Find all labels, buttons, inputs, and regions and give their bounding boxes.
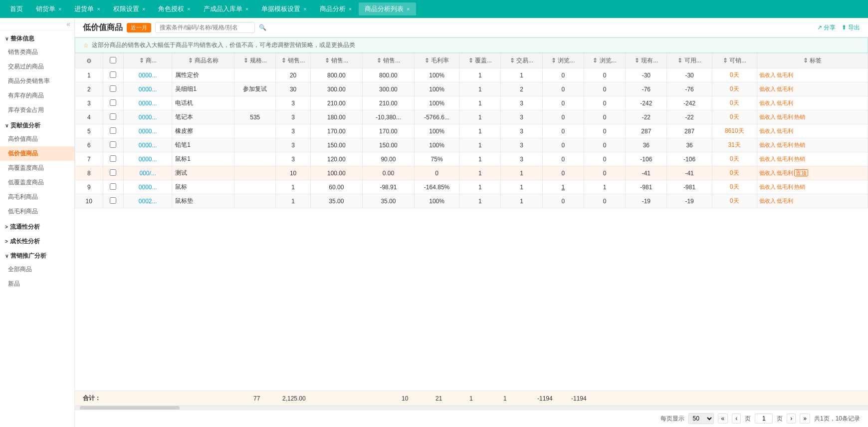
- nav-close-商品分析列表[interactable]: ×: [407, 6, 410, 12]
- col-header-5[interactable]: ⇕ 销售...: [276, 53, 310, 68]
- search-icon[interactable]: 🔍: [259, 24, 266, 31]
- select-all-checkbox[interactable]: [110, 57, 116, 63]
- sidebar-item-全部商品[interactable]: 全部商品: [0, 262, 74, 277]
- nav-item-商品分析[interactable]: 商品分析×: [314, 2, 358, 15]
- nav-close-产成品入库单[interactable]: ×: [245, 6, 248, 12]
- col-header-12[interactable]: ⇕ 浏览...: [584, 53, 625, 68]
- nav-item-首页[interactable]: 首页: [4, 2, 29, 15]
- sidebar-group-0[interactable]: ∨ 整体信息: [0, 30, 74, 45]
- nav-item-进货单[interactable]: 进货单×: [68, 2, 106, 15]
- row-stock: -41: [626, 166, 667, 180]
- col-header-4[interactable]: ⇕ 规格...: [234, 53, 276, 68]
- row-sales1: 120.00: [310, 152, 362, 166]
- sidebar-group-4[interactable]: ∨ 营销推广分析: [0, 248, 74, 262]
- row-checkbox-cell[interactable]: [103, 194, 124, 208]
- nav-item-权限设置[interactable]: 权限设置×: [107, 2, 151, 15]
- nav-close-角色授权[interactable]: ×: [187, 6, 190, 12]
- table-container[interactable]: ⚙⇕ 商...⇕ 商品名称⇕ 规格...⇕ 销售...⇕ 销售...⇕ 销售..…: [75, 53, 868, 391]
- sidebar-item-低价值商品[interactable]: 低价值商品: [0, 146, 74, 161]
- tag-置顶: 置顶: [794, 169, 808, 176]
- sidebar-group-3[interactable]: > 成长性分析: [0, 233, 74, 248]
- col-header-9[interactable]: ⇕ 覆盖...: [459, 53, 501, 68]
- share-btn[interactable]: ↗ 分享: [817, 23, 836, 32]
- page-input[interactable]: [755, 414, 773, 424]
- info-banner: ☆ 这部分商品的销售收入大幅低于商品平均销售收入，价值不高，可考虑调整营销策略，…: [75, 37, 868, 53]
- nav-item-单据模板设置[interactable]: 单据模板设置×: [255, 2, 312, 15]
- nav-close-单据模板设置[interactable]: ×: [303, 6, 306, 12]
- nav-item-产成品入库单[interactable]: 产成品入库单×: [198, 2, 254, 15]
- col-header-14[interactable]: ⇕ 可用...: [667, 53, 712, 68]
- row-checkbox-cell[interactable]: [103, 166, 124, 180]
- row-trade: 2: [501, 82, 542, 96]
- export-btn[interactable]: ⬆ 导出: [842, 23, 860, 32]
- row-checkbox[interactable]: [110, 113, 116, 120]
- col-header-7[interactable]: ⇕ 销售...: [362, 53, 414, 68]
- sidebar-item-有库存的商品[interactable]: 有库存的商品: [0, 88, 74, 103]
- row-checkbox-cell[interactable]: [103, 96, 124, 110]
- first-page-btn[interactable]: «: [718, 414, 728, 424]
- tag-热销: 热销: [794, 184, 805, 190]
- sidebar-item-高毛利商品[interactable]: 高毛利商品: [0, 190, 74, 204]
- row-checkbox-cell[interactable]: [103, 68, 124, 82]
- sidebar-item-高覆盖度商品[interactable]: 高覆盖度商品: [0, 161, 74, 175]
- sidebar-item-商品分类销售率[interactable]: 商品分类销售率: [0, 74, 74, 88]
- col-header-13[interactable]: ⇕ 现有...: [626, 53, 667, 68]
- sidebar-group-1[interactable]: ∨ 贡献值分析: [0, 117, 74, 132]
- nav-item-销货单[interactable]: 销货单×: [30, 2, 67, 15]
- sidebar-item-低毛利商品[interactable]: 低毛利商品: [0, 204, 74, 219]
- col-header-3[interactable]: ⇕ 商品名称: [172, 53, 234, 68]
- row-view1: 0: [542, 110, 584, 124]
- last-page-btn[interactable]: »: [800, 414, 810, 424]
- row-checkbox-cell[interactable]: [103, 180, 124, 194]
- row-checkbox[interactable]: [110, 141, 116, 148]
- row-checkbox-cell[interactable]: [103, 124, 124, 138]
- search-input[interactable]: [155, 22, 255, 33]
- row-checkbox-cell[interactable]: [103, 138, 124, 152]
- nav-close-销货单[interactable]: ×: [58, 6, 61, 12]
- tag-低毛利: 低毛利: [777, 156, 793, 162]
- nav-item-商品分析列表[interactable]: 商品分析列表×: [359, 2, 416, 15]
- row-checkbox-cell[interactable]: [103, 110, 124, 124]
- row-no: 6: [75, 138, 103, 152]
- row-checkbox[interactable]: [110, 155, 116, 162]
- sidebar-group-2[interactable]: > 流通性分析: [0, 219, 74, 233]
- row-checkbox[interactable]: [110, 183, 116, 190]
- row-checkbox-cell[interactable]: [103, 152, 124, 166]
- row-checkbox[interactable]: [110, 99, 116, 106]
- row-sales2: 300.00: [362, 82, 414, 96]
- row-checkbox[interactable]: [110, 71, 116, 78]
- sidebar-item-高价值商品[interactable]: 高价值商品: [0, 132, 74, 146]
- next-page-btn[interactable]: ›: [787, 414, 796, 424]
- row-view1[interactable]: 1: [542, 180, 584, 194]
- col-header-16[interactable]: ⇕ 标签: [757, 53, 868, 68]
- row-gross: 100%: [414, 68, 459, 82]
- time-filter-btn[interactable]: 近一月: [127, 23, 151, 32]
- row-checkbox[interactable]: [110, 197, 116, 204]
- sidebar-item-销售类商品[interactable]: 销售类商品: [0, 45, 74, 59]
- nav-close-权限设置[interactable]: ×: [142, 6, 145, 12]
- col-header-8[interactable]: ⇕ 毛利率: [414, 53, 459, 68]
- nav-item-角色授权[interactable]: 角色授权×: [152, 2, 196, 15]
- row-tags: 低收入低毛利置顶: [757, 166, 868, 180]
- row-stock: 287: [626, 124, 667, 138]
- per-page-select[interactable]: 50 100: [688, 413, 714, 424]
- row-stock: -22: [626, 110, 667, 124]
- sidebar-item-交易过的商品[interactable]: 交易过的商品: [0, 59, 74, 74]
- row-checkbox[interactable]: [110, 127, 116, 134]
- row-checkbox-cell[interactable]: [103, 82, 124, 96]
- col-header-10[interactable]: ⇕ 交易...: [501, 53, 542, 68]
- page-label2: 页: [777, 415, 783, 423]
- prev-page-btn[interactable]: ‹: [732, 414, 741, 424]
- sidebar-collapse-btn[interactable]: «: [0, 18, 74, 30]
- sidebar-item-低覆盖度商品[interactable]: 低覆盖度商品: [0, 175, 74, 190]
- row-checkbox[interactable]: [110, 169, 116, 176]
- nav-close-商品分析[interactable]: ×: [349, 6, 352, 12]
- row-checkbox[interactable]: [110, 85, 116, 92]
- sidebar-item-新品[interactable]: 新品: [0, 277, 74, 291]
- col-header-15[interactable]: ⇕ 可销...: [712, 53, 757, 68]
- nav-close-进货单[interactable]: ×: [97, 6, 100, 12]
- col-header-6[interactable]: ⇕ 销售...: [310, 53, 362, 68]
- sidebar-item-库存资金占用[interactable]: 库存资金占用: [0, 103, 74, 117]
- settings-icon[interactable]: ⚙: [86, 57, 92, 64]
- col-header-11[interactable]: ⇕ 浏览...: [542, 53, 584, 68]
